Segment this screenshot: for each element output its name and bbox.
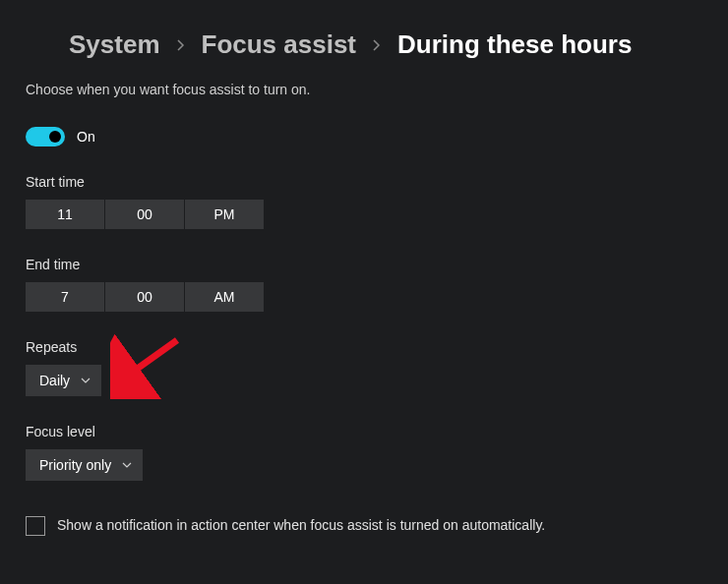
page-title: During these hours — [397, 29, 632, 60]
end-time-hour[interactable]: 7 — [26, 282, 104, 312]
focus-level-value: Priority only — [39, 457, 111, 473]
page-description: Choose when you want focus assist to tur… — [26, 82, 702, 97]
focus-level-label: Focus level — [26, 424, 702, 439]
chevron-down-icon — [80, 377, 91, 384]
repeats-value: Daily — [39, 373, 70, 388]
focus-assist-toggle-row: On — [26, 127, 702, 146]
notification-checkbox-row: Show a notification in action center whe… — [26, 516, 702, 536]
end-time-picker: 7 00 AM — [26, 282, 702, 312]
start-time-ampm[interactable]: PM — [185, 200, 264, 229]
notification-checkbox[interactable] — [26, 516, 45, 536]
start-time-minute[interactable]: 00 — [105, 200, 184, 229]
start-time-label: Start time — [26, 174, 702, 190]
toggle-state-label: On — [77, 129, 95, 145]
start-time-picker: 11 00 PM — [26, 200, 702, 229]
start-time-hour[interactable]: 11 — [26, 200, 104, 229]
toggle-thumb — [49, 131, 61, 143]
repeats-select[interactable]: Daily — [26, 365, 101, 396]
focus-assist-toggle[interactable] — [26, 127, 65, 146]
chevron-down-icon — [121, 461, 133, 469]
breadcrumb-system[interactable]: System — [69, 29, 160, 60]
breadcrumb: System Focus assist During these hours — [69, 29, 702, 60]
end-time-label: End time — [26, 257, 702, 272]
repeats-label: Repeats — [26, 339, 702, 355]
focus-level-select[interactable]: Priority only — [26, 449, 143, 481]
notification-checkbox-label: Show a notification in action center whe… — [57, 516, 545, 536]
chevron-right-icon — [372, 38, 382, 52]
end-time-minute[interactable]: 00 — [105, 282, 184, 312]
breadcrumb-focus-assist[interactable]: Focus assist — [202, 29, 357, 60]
chevron-right-icon — [176, 38, 186, 52]
end-time-ampm[interactable]: AM — [185, 282, 264, 312]
